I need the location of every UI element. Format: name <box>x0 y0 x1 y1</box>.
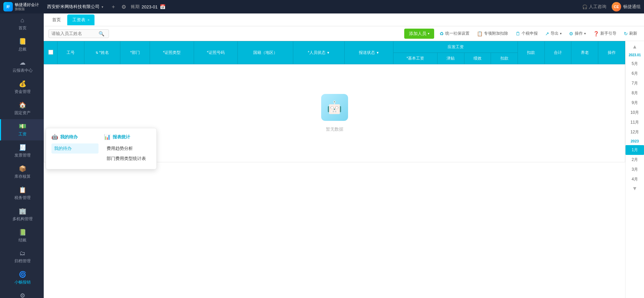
operations-dropdown-icon: ▾ <box>584 32 586 35</box>
sidebar-item-multi-org[interactable]: 🏢 多机构管理 <box>0 204 44 225</box>
month-panel: ▲ 2023.01 5月 6月 7月 8月 9月 10月 <box>625 41 644 298</box>
company-name: 西安虾米网络科技有限公司 <box>47 4 100 10</box>
month-item-2023-4[interactable]: 4月 <box>626 174 644 184</box>
user-area[interactable]: CE 畅捷通组 <box>612 2 641 11</box>
new-guide-icon: ❓ <box>593 31 599 36</box>
special-deduct-button[interactable]: 📋 专项附加扣除 <box>475 29 510 38</box>
add-person-button[interactable]: 添加人员 ▾ <box>404 29 434 39</box>
sidebar-item-xiaochang[interactable]: 🌀 小畅报销 <box>0 267 44 289</box>
home-icon: ⌂ <box>21 17 24 24</box>
operations-button[interactable]: ⚙ 操作 ▾ <box>567 29 588 38</box>
top-right: 🎧 人工咨询 CE 畅捷通组 <box>582 2 641 11</box>
popup-menu: 🤖 我的待办 我的待办 📊 报表统计 费用趋势分析 部门费用类型统计表 <box>46 128 157 169</box>
service-button[interactable]: 🎧 人工咨询 <box>582 4 606 10</box>
month-item-12[interactable]: 12月 <box>626 127 644 137</box>
calendar-icon[interactable]: 📅 <box>160 4 165 9</box>
headset-icon: 🎧 <box>582 4 588 9</box>
refresh-icon: ↻ <box>624 31 628 36</box>
month-nav-down[interactable]: ▼ <box>626 184 644 193</box>
popup-section1-title: 🤖 我的待办 <box>51 134 99 140</box>
month-item-9[interactable]: 9月 <box>626 98 644 108</box>
export-icon: ↗ <box>545 31 549 36</box>
th-deduct-sub: 扣款 <box>491 53 518 64</box>
top-bar: 好 畅捷通好会计 旗舰版 西安虾米网络科技有限公司 ▾ ＋ ⚙ 账期 2023-… <box>0 0 644 13</box>
tab-home[interactable]: 首页 <box>47 14 66 25</box>
month-item-2023-1[interactable]: 1月 <box>626 145 644 155</box>
month-item-11[interactable]: 11月 <box>626 118 644 127</box>
send-filter-icon[interactable]: ▼ <box>376 51 379 55</box>
th-name: ⇅ *姓名 <box>84 41 120 64</box>
personal-tax-button[interactable]: 🗒 个税申报 <box>514 29 540 38</box>
report-title-icon: 📊 <box>104 134 111 140</box>
company-selector[interactable]: 西安虾米网络科技有限公司 ▾ <box>44 4 107 10</box>
special-deduct-icon: 📋 <box>477 31 483 36</box>
th-id-no: *证照号码 <box>194 41 238 64</box>
archive-icon: 🗂 <box>20 250 26 257</box>
month-item-2023-3[interactable]: 3月 <box>626 165 644 174</box>
salary-icon: 💵 <box>19 123 26 130</box>
month-item-8[interactable]: 8月 <box>626 88 644 98</box>
popup-item-dept-cost[interactable]: 部门费用类型统计表 <box>104 154 151 164</box>
period-label: 账期 <box>131 4 140 10</box>
popup-item-my-pending[interactable]: 我的待办 <box>51 143 99 154</box>
tax-icon: 📋 <box>19 186 26 194</box>
th-salary-group: 应发工资 <box>393 41 518 53</box>
month-item-10[interactable]: 10月 <box>626 108 644 118</box>
sort-icon: ⇅ <box>96 51 98 55</box>
month-item-5[interactable]: 5月 <box>626 59 644 69</box>
sidebar-item-fixed-assets[interactable]: 🏠 固定资产 <box>0 98 44 119</box>
th-performance: 绩效 <box>464 53 491 64</box>
sidebar-item-cloud-report[interactable]: ☁ 云报表中心 <box>0 56 44 77</box>
sidebar-item-ledger[interactable]: 📒 总账 <box>0 34 44 56</box>
sidebar: ⌂ 首页 📒 总账 ☁ 云报表中心 💰 资金管理 🏠 固定资产 💵 工资 🧾 发… <box>0 13 44 298</box>
refresh-button[interactable]: ↻ 刷新 <box>622 29 639 38</box>
tab-close-icon[interactable]: × <box>87 18 89 22</box>
th-emp-no: 工号 <box>58 41 84 64</box>
toolbar: 🔍 添加人员 ▾ ♻ 统一社保设置 📋 专项附加扣除 🗒 个税申报 <box>44 26 644 41</box>
period-value[interactable]: 2023-01 <box>142 4 158 9</box>
sidebar-item-basic-settings[interactable]: ⚙ 基础设置 <box>0 289 44 298</box>
sidebar-item-tax[interactable]: 📋 税务管理 <box>0 183 44 204</box>
month-item-7[interactable]: 7月 <box>626 78 644 88</box>
search-box: 🔍 <box>48 29 109 38</box>
th-country: 国籍（地区） <box>238 41 293 64</box>
month-item-6[interactable]: 6月 <box>626 69 644 78</box>
ledger-icon: 📒 <box>19 38 26 45</box>
sidebar-item-invoice[interactable]: 🧾 发票管理 <box>0 140 44 162</box>
new-guide-button[interactable]: ❓ 新手引导 <box>591 29 618 38</box>
sidebar-item-archive[interactable]: 🗂 归档管理 <box>0 246 44 267</box>
filter-icon[interactable]: ▼ <box>327 51 330 55</box>
personal-tax-icon: 🗒 <box>516 31 520 36</box>
settings-button[interactable]: ⚙ <box>120 2 127 11</box>
sidebar-item-inventory[interactable]: 📦 库存核算 <box>0 162 44 183</box>
fixed-assets-icon: 🏠 <box>19 101 26 109</box>
multi-org-icon: 🏢 <box>19 207 26 215</box>
inventory-icon: 📦 <box>19 165 26 172</box>
export-button[interactable]: ↗ 导出 ▾ <box>543 29 564 38</box>
th-total: 合计 <box>544 41 571 64</box>
social-insurance-button[interactable]: ♻ 统一社保设置 <box>438 29 471 38</box>
popup-menu-sections: 🤖 我的待办 我的待办 📊 报表统计 费用趋势分析 部门费用类型统计表 <box>51 134 151 164</box>
tab-salary[interactable]: 工资表 × <box>67 14 94 25</box>
sidebar-item-salary[interactable]: 💵 工资 <box>0 119 44 140</box>
logo-icon: 好 <box>3 2 13 11</box>
th-pension: 养老 <box>571 41 598 64</box>
social-insurance-icon: ♻ <box>440 31 444 36</box>
toolbar-right: 添加人员 ▾ ♻ 统一社保设置 📋 专项附加扣除 🗒 个税申报 ↗ 导 <box>404 29 639 39</box>
th-checkbox[interactable] <box>44 41 58 64</box>
th-deduct: 扣款 <box>518 41 545 64</box>
search-icon[interactable]: 🔍 <box>99 31 104 36</box>
month-nav-up[interactable]: ▲ <box>626 42 644 51</box>
sidebar-item-fund[interactable]: 💰 资金管理 <box>0 77 44 98</box>
popup-section2-title: 📊 报表统计 <box>104 134 151 140</box>
popup-section-pending: 🤖 我的待办 我的待办 <box>51 134 99 164</box>
settings-sidebar-icon: ⚙ <box>20 292 25 298</box>
month-item-2023-2[interactable]: 2月 <box>626 155 644 165</box>
add-company-button[interactable]: ＋ <box>109 2 117 12</box>
search-input[interactable] <box>51 31 99 36</box>
sidebar-item-home[interactable]: ⌂ 首页 <box>0 13 44 34</box>
sidebar-item-settle[interactable]: 📗 结账 <box>0 225 44 246</box>
select-all-checkbox[interactable] <box>48 50 53 55</box>
popup-item-cost-trend[interactable]: 费用趋势分析 <box>104 143 151 154</box>
avatar: CE <box>612 2 621 11</box>
